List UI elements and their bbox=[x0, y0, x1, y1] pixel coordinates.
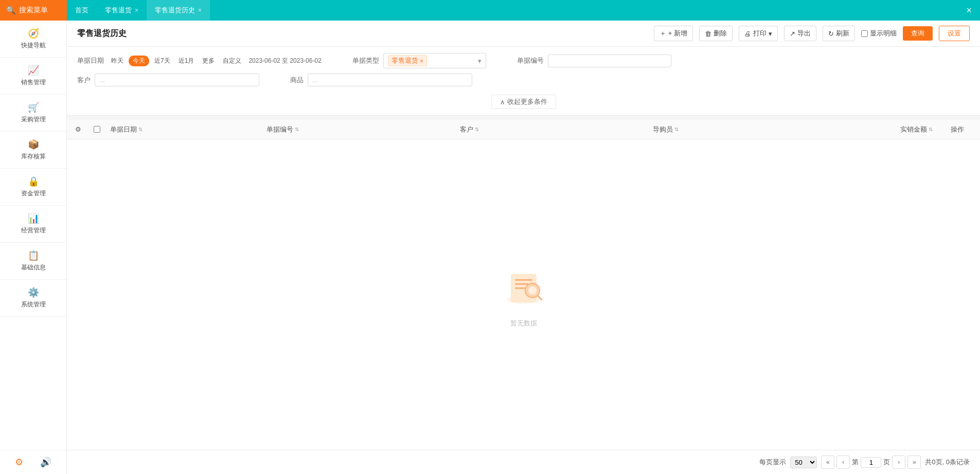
settings-icon: ⚙ bbox=[75, 125, 81, 133]
sidebar-item-finance-label: 资金管理 bbox=[21, 189, 46, 198]
print-icon: 🖨 bbox=[744, 30, 751, 38]
page-input[interactable] bbox=[861, 457, 881, 468]
th-amount[interactable]: 实销金额 ⇅ bbox=[805, 125, 937, 134]
goods-filter: 商品 ... bbox=[290, 74, 472, 86]
date-opt-more[interactable]: 更多 bbox=[199, 56, 218, 66]
type-tag-remove[interactable]: × bbox=[420, 57, 424, 65]
sort-no-icon: ⇅ bbox=[295, 126, 299, 132]
collapse-button[interactable]: ∧ 收起更多条件 bbox=[491, 95, 556, 109]
type-select[interactable]: 零售退货 × ▾ bbox=[383, 53, 486, 68]
search-area[interactable]: 🔍 搜索菜单 bbox=[0, 0, 67, 21]
tab-retail-return-history[interactable]: 零售退货历史 × bbox=[147, 0, 210, 21]
goods-label: 商品 bbox=[290, 76, 304, 85]
sidebar-item-finance[interactable]: 🔒 资金管理 bbox=[0, 169, 66, 206]
sort-customer-icon: ⇅ bbox=[475, 126, 479, 132]
th-action: 操作 bbox=[937, 125, 978, 134]
date-filter: 单据日期 昨天 今天 近7天 近1月 更多 自定义 2023-06-02 至 2… bbox=[77, 56, 322, 66]
sort-guide-icon: ⇅ bbox=[674, 126, 679, 132]
sidebar-item-sales-label: 销售管理 bbox=[21, 78, 46, 87]
date-opt-1month[interactable]: 近1月 bbox=[175, 56, 198, 66]
tab-retail-return-history-close[interactable]: × bbox=[198, 7, 202, 14]
show-detail-checkbox[interactable] bbox=[861, 30, 868, 37]
last-page-button[interactable]: » bbox=[907, 455, 921, 469]
search-label: 搜索菜单 bbox=[19, 6, 48, 15]
sidebar-item-quick-nav[interactable]: 🧭 快捷导航 bbox=[0, 21, 66, 58]
page-title: 零售退货历史 bbox=[77, 28, 127, 39]
type-tag: 零售退货 × bbox=[388, 55, 427, 66]
date-opt-today[interactable]: 今天 bbox=[129, 56, 149, 66]
filter-row-2: 客户 ... 商品 ... bbox=[77, 74, 970, 86]
date-opt-7days[interactable]: 近7天 bbox=[151, 56, 173, 66]
total-info: 共0页, 0条记录 bbox=[925, 458, 970, 467]
refresh-button[interactable]: ↻ 刷新 bbox=[823, 26, 855, 41]
delete-button[interactable]: 🗑 删除 bbox=[699, 26, 733, 41]
show-detail-label: 显示明细 bbox=[861, 29, 897, 38]
date-opt-yesterday[interactable]: 昨天 bbox=[108, 56, 127, 66]
th-date[interactable]: 单据日期 ⇅ bbox=[106, 125, 262, 134]
gear-icon[interactable]: ⚙ bbox=[15, 457, 23, 468]
sidebar-bottom: ⚙ 🔊 bbox=[0, 450, 66, 474]
collapse-icon: ∧ bbox=[500, 98, 505, 106]
th-guide[interactable]: 导购员 ⇅ bbox=[649, 125, 805, 134]
header-actions: ＋ + 新增 🗑 删除 🖨 打印 ▾ ↗ 导出 ↻ bbox=[654, 26, 970, 41]
window-close-button[interactable]: × bbox=[958, 5, 980, 16]
set-button[interactable]: 设置 bbox=[939, 26, 970, 41]
print-button[interactable]: 🖨 打印 ▾ bbox=[739, 26, 778, 41]
sidebar-item-operations[interactable]: 📊 经营管理 bbox=[0, 206, 66, 243]
svg-rect-2 bbox=[515, 279, 532, 281]
tabs-container: 首页 零售退货 × 零售退货历史 × bbox=[67, 0, 958, 21]
inventory-icon: 📦 bbox=[28, 139, 39, 150]
number-filter: 单据编号 bbox=[517, 54, 671, 67]
first-page-button[interactable]: « bbox=[821, 455, 834, 469]
query-button[interactable]: 查询 bbox=[903, 26, 933, 41]
sort-date-icon: ⇅ bbox=[138, 126, 142, 132]
table-area: ⚙ 单据日期 ⇅ 单据编号 ⇅ 客户 ⇅ 导购员 bbox=[67, 120, 980, 450]
type-filter: 单据类型 零售退货 × ▾ bbox=[352, 53, 486, 68]
th-no[interactable]: 单据编号 ⇅ bbox=[262, 125, 456, 134]
th-checkbox[interactable] bbox=[87, 126, 106, 133]
tab-retail-return[interactable]: 零售退货 × bbox=[97, 0, 147, 21]
main-content: 零售退货历史 ＋ + 新增 🗑 删除 🖨 打印 ▾ ↗ 导出 bbox=[67, 21, 980, 474]
sidebar-item-system-mgmt[interactable]: ⚙️ 系统管理 bbox=[0, 280, 66, 317]
empty-state: 暂无数据 bbox=[67, 139, 980, 450]
filter-row-1: 单据日期 昨天 今天 近7天 近1月 更多 自定义 2023-06-02 至 2… bbox=[77, 53, 970, 68]
th-settings[interactable]: ⚙ bbox=[69, 125, 87, 133]
sidebar-item-operations-label: 经营管理 bbox=[21, 226, 46, 235]
sidebar-item-inventory[interactable]: 📦 库存核算 bbox=[0, 132, 66, 169]
sidebar-item-quick-nav-label: 快捷导航 bbox=[21, 41, 46, 50]
goods-input[interactable]: ... bbox=[308, 74, 472, 86]
select-all-checkbox[interactable] bbox=[94, 126, 100, 133]
volume-icon[interactable]: 🔊 bbox=[40, 457, 51, 468]
sidebar-item-purchase-mgmt[interactable]: 🛒 采购管理 bbox=[0, 95, 66, 132]
customer-input[interactable]: ... bbox=[95, 74, 259, 86]
tab-home[interactable]: 首页 bbox=[67, 0, 97, 21]
page-nav: « ‹ 第 页 › » bbox=[821, 455, 921, 469]
sidebar-item-system-label: 系统管理 bbox=[21, 300, 46, 309]
type-label: 单据类型 bbox=[352, 56, 379, 65]
export-button[interactable]: ↗ 导出 bbox=[784, 26, 816, 41]
number-label: 单据编号 bbox=[517, 56, 544, 65]
type-select-chevron: ▾ bbox=[478, 57, 482, 65]
refresh-icon: ↻ bbox=[828, 30, 834, 38]
prev-page-button[interactable]: ‹ bbox=[836, 455, 850, 469]
tab-retail-return-close[interactable]: × bbox=[135, 7, 138, 14]
operations-icon: 📊 bbox=[28, 213, 39, 224]
number-input[interactable] bbox=[548, 54, 671, 67]
sidebar-item-sales-mgmt[interactable]: 📈 销售管理 bbox=[0, 58, 66, 95]
th-customer[interactable]: 客户 ⇅ bbox=[456, 125, 649, 134]
date-range: 2023-06-02 至 2023-06-02 bbox=[248, 57, 321, 65]
customer-label: 客户 bbox=[77, 76, 91, 85]
sidebar-item-base-info[interactable]: 📋 基础信息 bbox=[0, 243, 66, 280]
purchase-mgmt-icon: 🛒 bbox=[28, 102, 39, 113]
finance-icon: 🔒 bbox=[28, 176, 39, 187]
page-size-select[interactable]: 50 10 20 100 bbox=[790, 457, 817, 468]
next-page-button[interactable]: › bbox=[892, 455, 905, 469]
new-button[interactable]: ＋ + 新增 bbox=[654, 26, 693, 41]
per-page-label: 每页显示 bbox=[759, 458, 786, 467]
date-opt-custom[interactable]: 自定义 bbox=[220, 56, 244, 66]
empty-icon bbox=[498, 261, 549, 313]
sort-amount-icon: ⇅ bbox=[929, 126, 933, 132]
print-chevron: ▾ bbox=[769, 30, 772, 38]
pagination: 每页显示 50 10 20 100 « ‹ 第 页 › » 共0页, 0条记录 bbox=[67, 450, 980, 474]
sidebar-item-inventory-label: 库存核算 bbox=[21, 152, 46, 161]
